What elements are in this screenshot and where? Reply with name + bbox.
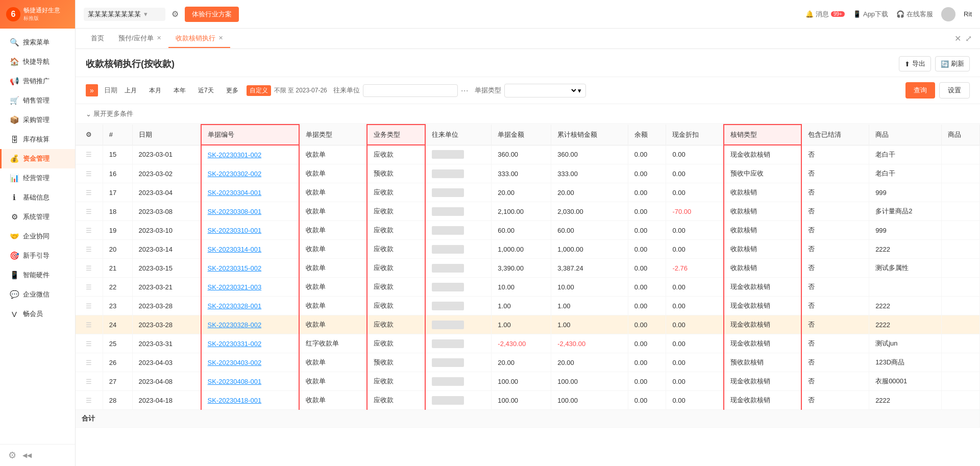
settings-button[interactable]: 设置: [939, 82, 970, 99]
close-tab-icon[interactable]: ✕: [954, 34, 961, 43]
solution-button[interactable]: 体验行业方案: [185, 7, 239, 22]
tab-receipt-exec[interactable]: 收款核销执行 ✕: [168, 30, 230, 48]
sidebar-item-member[interactable]: V 畅会员: [0, 304, 75, 324]
cell-biz-type: 应收款: [367, 240, 425, 259]
cell-settings: ☰: [76, 259, 103, 278]
nav-icon-member: V: [10, 309, 19, 318]
date-this-year[interactable]: 本年: [169, 85, 190, 96]
doc-no-link[interactable]: SK-20230328-001: [208, 302, 262, 310]
date-more[interactable]: 更多: [222, 85, 242, 96]
notification-button[interactable]: 🔔 消息 99+: [805, 10, 845, 19]
workspace-selector[interactable]: 某某某某某某某某 ▾: [84, 8, 165, 21]
doc-no-link[interactable]: SK-20230408-001: [208, 378, 262, 385]
nav-icon-finance: 💰: [10, 154, 19, 163]
cell-doc-no: SK-20230302-002: [201, 164, 299, 183]
cell-amount: 2,100.00: [492, 202, 551, 221]
cell-write-off-type: 现金收款核销: [724, 334, 801, 353]
collapse-icon[interactable]: ◀◀: [22, 452, 32, 459]
doc-no-link[interactable]: SK-20230314-001: [208, 246, 262, 253]
cell-index: 24: [103, 315, 132, 334]
cell-amount: 333.00: [492, 164, 551, 183]
nav-icon-inventory: 🗄: [10, 135, 19, 144]
date-custom[interactable]: 自定义: [247, 85, 271, 96]
cell-product: 老白干: [869, 145, 942, 164]
sidebar-item-inventory[interactable]: 🗄 库存核算: [0, 130, 75, 149]
sidebar-item-hardware[interactable]: 📱 智能硬件: [0, 265, 75, 285]
doc-no-link[interactable]: SK-20230418-001: [208, 397, 262, 404]
doc-no-link[interactable]: SK-20230301-002: [208, 151, 262, 159]
app-download-button[interactable]: 📱 App下载: [853, 10, 888, 19]
doc-no-link[interactable]: SK-20230328-002: [208, 321, 262, 329]
sidebar-item-system[interactable]: ⚙ 系统管理: [0, 207, 75, 227]
sidebar-item-wechat[interactable]: 💬 企业微信: [0, 285, 75, 304]
cell-balance: 0.00: [628, 240, 666, 259]
cell-settings: ☰: [76, 391, 103, 410]
sidebar-item-purchase[interactable]: 📦 采购管理: [0, 110, 75, 130]
tab-close-payable[interactable]: ✕: [157, 35, 161, 41]
bell-icon: 🔔: [805, 10, 814, 18]
cell-write-off-type: 现金收款核销: [724, 297, 801, 315]
user-avatar[interactable]: [941, 7, 955, 21]
partner-input[interactable]: [363, 84, 458, 97]
refresh-button[interactable]: 🔄 刷新: [935, 56, 970, 71]
doc-no-link[interactable]: SK-20230302-002: [208, 170, 262, 178]
export-button[interactable]: ⬆ 导出: [899, 56, 931, 71]
th-settings[interactable]: ⚙: [76, 125, 103, 145]
cell-balance: 0.00: [628, 259, 666, 278]
header-gear-icon[interactable]: ⚙: [172, 9, 179, 19]
query-button[interactable]: 查询: [905, 82, 935, 99]
sidebar-item-quick-nav[interactable]: 🏠 快捷导航: [0, 52, 75, 71]
cell-partner: ██████: [425, 240, 492, 259]
tabs-actions: ✕ ⤢: [954, 34, 972, 43]
settings-footer-icon[interactable]: ⚙: [8, 450, 16, 461]
cell-cash-discount: 0.00: [666, 297, 724, 315]
sidebar-item-finance[interactable]: 💰 资金管理: [0, 149, 75, 168]
doc-no-link[interactable]: SK-20230403-002: [208, 359, 262, 366]
footer-label: 合计: [76, 410, 980, 428]
doc-no-link[interactable]: SK-20230308-001: [208, 208, 262, 215]
sidebar-item-enterprise[interactable]: 🤝 企业协同: [0, 227, 75, 246]
select-chevron-icon: ▾: [578, 87, 581, 94]
sidebar-footer[interactable]: ⚙ ◀◀: [0, 444, 75, 466]
headset-icon: 🎧: [896, 10, 904, 18]
doc-type-select[interactable]: ▾: [504, 84, 586, 97]
filter-expand-button[interactable]: »: [86, 84, 98, 96]
cell-include-settled: 否: [801, 259, 869, 278]
cell-total-write-off: 20.00: [551, 353, 628, 372]
date-this-month[interactable]: 本月: [145, 85, 165, 96]
cell-balance: 0.00: [628, 183, 666, 202]
doc-type-select-input[interactable]: [509, 86, 578, 95]
online-support-button[interactable]: 🎧 在线客服: [896, 10, 933, 19]
tab-close-receipt-exec[interactable]: ✕: [218, 35, 223, 41]
tabs-bar: 首页预付/应付单 ✕收款核销执行 ✕ ✕ ⤢: [76, 29, 980, 49]
doc-no-link[interactable]: SK-20230310-001: [208, 227, 262, 234]
sidebar-item-sales[interactable]: 🛒 销售管理: [0, 91, 75, 110]
cell-product: 测试多属性: [869, 259, 942, 278]
cell-biz-type: 应收款: [367, 315, 425, 334]
cell-settings: ☰: [76, 183, 103, 202]
doc-no-link[interactable]: SK-20230304-001: [208, 189, 262, 197]
cell-total-write-off: 100.00: [551, 372, 628, 391]
date-last-month[interactable]: 上月: [120, 85, 141, 96]
tab-payable[interactable]: 预付/应付单 ✕: [111, 30, 168, 48]
sidebar-item-guide[interactable]: 🎯 新手引导: [0, 246, 75, 265]
cell-cash-discount: 0.00: [666, 334, 724, 353]
sidebar-item-search-menu[interactable]: 🔍 搜索菜单: [0, 33, 75, 52]
doc-no-link[interactable]: SK-20230321-003: [208, 283, 262, 291]
tab-home[interactable]: 首页: [84, 30, 111, 48]
th-index: #: [103, 125, 132, 145]
cell-date: 2023-03-01: [132, 145, 201, 164]
cell-settings: ☰: [76, 202, 103, 221]
doc-no-link[interactable]: SK-20230315-002: [208, 264, 262, 272]
expand-tabs-icon[interactable]: ⤢: [965, 34, 972, 43]
date-7days[interactable]: 近7天: [194, 85, 218, 96]
sidebar-item-operation[interactable]: 📊 经营管理: [0, 168, 75, 188]
cell-include-settled: 否: [801, 164, 869, 183]
cell-partner: ██████: [425, 259, 492, 278]
sidebar-item-basic[interactable]: ℹ 基础信息: [0, 188, 75, 207]
cell-partner: ██████: [425, 353, 492, 372]
cell-include-settled: 否: [801, 221, 869, 240]
sidebar-item-marketing[interactable]: 📢 营销推广: [0, 71, 75, 91]
doc-no-link[interactable]: SK-20230331-002: [208, 340, 262, 348]
expand-more-conditions[interactable]: ⌄ 展开更多条件: [86, 106, 970, 121]
